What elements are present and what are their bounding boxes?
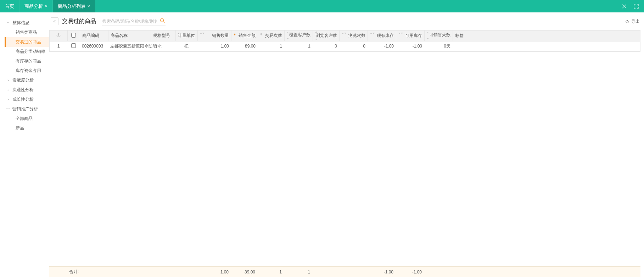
tab-product-analysis[interactable]: 商品分析 ✕ — [19, 0, 53, 12]
cell-trade-count: 1 — [258, 41, 284, 51]
sidebar-group-label: 贡献度分析 — [12, 77, 34, 83]
chevron-right-icon: › — [6, 88, 10, 92]
page-header: « 交易过的商品 导出 — [49, 12, 644, 30]
sidebar-group-label: 成长性分析 — [12, 96, 34, 103]
close-all-tabs-button[interactable] — [620, 2, 628, 11]
column-product-name[interactable]: 商品名称 — [108, 31, 151, 41]
sidebar-item-category-rate[interactable]: 商品分类动销率 — [5, 47, 49, 56]
sidebar-collapse-button[interactable]: « — [51, 17, 58, 25]
cell-view-count: 0 — [339, 41, 368, 51]
table-footer-total: 合计: 1.00 89.00 1 1 -1.00 -1.00 — [49, 266, 640, 277]
footer-label: 合计: — [67, 267, 108, 277]
footer-sales-qty: 1.00 — [197, 267, 231, 277]
column-coverage-customers[interactable]: 覆盖客户数 — [284, 31, 313, 41]
search-box — [102, 17, 166, 26]
footer-stock-avail: -1.00 — [396, 267, 424, 277]
cell-index: 1 — [50, 41, 67, 51]
search-icon[interactable] — [160, 18, 165, 24]
footer-view-count — [339, 267, 367, 277]
tab-product-analysis-list-label: 商品分析列表 — [58, 3, 85, 10]
tab-home-label: 首页 — [5, 3, 14, 10]
footer-stock-now: -1.00 — [367, 267, 396, 277]
close-icon[interactable]: ✕ — [87, 5, 90, 8]
sidebar-group-label: 营销推广分析 — [12, 106, 38, 112]
column-stock-avail[interactable]: 可用库存 — [396, 31, 424, 41]
export-button[interactable]: 导出 — [625, 18, 640, 24]
footer-trade-count: 1 — [257, 267, 284, 277]
column-view-count[interactable]: 浏览次数 — [339, 31, 368, 41]
search-input[interactable] — [102, 17, 166, 26]
footer-coverage-customers: 1 — [284, 267, 312, 277]
fullscreen-icon[interactable] — [632, 2, 640, 11]
page-title: 交易过的商品 — [62, 18, 96, 25]
main-content: « 交易过的商品 导出 — [49, 12, 644, 277]
sidebar-group-label: 流通性分析 — [12, 87, 34, 93]
column-trade-count[interactable]: 交易次数 — [258, 31, 284, 41]
column-select-all[interactable] — [67, 31, 80, 41]
column-product-code[interactable]: 商品编码 — [80, 31, 108, 41]
sidebar-item-all-products[interactable]: 全部商品 — [5, 114, 49, 123]
sidebar-item-in-stock[interactable]: 有库存的商品 — [5, 56, 49, 66]
data-table: 商品编码 商品名称 规格型号 计量单位 销售数量 销售金额 交易次数 覆盖客户数… — [49, 30, 640, 52]
column-tag[interactable]: 标签 — [453, 31, 640, 41]
export-icon — [625, 19, 629, 24]
footer-sellable-days — [424, 267, 452, 277]
cell-sales-amount: 89.00 — [231, 41, 258, 51]
cell-view-customers[interactable]: 0 — [313, 41, 339, 51]
close-icon[interactable]: ✕ — [45, 5, 47, 8]
sidebar-group-circulation[interactable]: › 流通性分析 — [5, 85, 49, 95]
cell-product-name: 左都胶囊五折遮阳伞防晒伞; — [108, 41, 151, 51]
column-sales-amount[interactable]: 销售金额 — [231, 31, 258, 41]
chevron-down-icon: ﹀ — [6, 107, 10, 112]
top-tab-bar: 首页 商品分析 ✕ 商品分析列表 ✕ — [0, 0, 644, 12]
sidebar-group-overall[interactable]: ﹀ 整体信息 — [5, 18, 49, 28]
sidebar-item-new-products[interactable]: 新品 — [5, 123, 49, 133]
export-label: 导出 — [631, 18, 640, 24]
chevron-right-icon: › — [6, 78, 10, 82]
sidebar-group-contribution[interactable]: › 贡献度分析 — [5, 76, 49, 85]
column-spec[interactable]: 规格型号 — [151, 31, 175, 41]
table-row[interactable]: 1 002600003 左都胶囊五折遮阳伞防晒伞; 把 1.00 89.00 1… — [50, 41, 640, 51]
sidebar-group-marketing[interactable]: ﹀ 营销推广分析 — [5, 104, 49, 114]
tab-product-analysis-label: 商品分析 — [24, 3, 43, 10]
cell-coverage-customers: 1 — [284, 41, 313, 51]
footer-sales-amount: 89.00 — [231, 267, 257, 277]
cell-sellable-days: 0天 — [424, 41, 453, 51]
cell-product-code: 002600003 — [80, 41, 108, 51]
cell-stock-avail: -1.00 — [396, 41, 424, 51]
row-checkbox[interactable] — [71, 43, 76, 48]
sidebar-item-traded-products[interactable]: 交易过的商品 — [5, 37, 49, 47]
cell-tag — [453, 41, 640, 51]
table-header-row: 商品编码 商品名称 规格型号 计量单位 销售数量 销售金额 交易次数 覆盖客户数… — [50, 31, 640, 41]
cell-stock-now: -1.00 — [368, 41, 396, 51]
sidebar-group-growth[interactable]: › 成长性分析 — [5, 95, 49, 104]
gutter — [0, 12, 5, 277]
svg-point-1 — [58, 34, 59, 36]
cell-sales-qty: 1.00 — [197, 41, 231, 51]
svg-point-0 — [161, 18, 164, 22]
sidebar-item-sales-products[interactable]: 销售类商品 — [5, 28, 49, 37]
tab-product-analysis-list[interactable]: 商品分析列表 ✕ — [53, 0, 95, 12]
footer-view-customers — [312, 267, 339, 277]
sidebar-item-stock-fund[interactable]: 库存资金占用 — [5, 66, 49, 76]
gear-icon — [56, 34, 61, 39]
sidebar: ﹀ 整体信息 销售类商品 交易过的商品 商品分类动销率 有库存的商品 库存资金占… — [5, 12, 49, 277]
chevron-down-icon: ﹀ — [6, 21, 10, 26]
cell-unit: 把 — [175, 41, 197, 51]
column-stock-now[interactable]: 现有库存 — [368, 31, 396, 41]
sidebar-group-label: 整体信息 — [12, 20, 29, 26]
select-all-checkbox[interactable] — [71, 33, 76, 38]
column-sales-qty[interactable]: 销售数量 — [197, 31, 231, 41]
column-settings[interactable] — [50, 31, 67, 41]
column-view-customers[interactable]: 浏览客户数 — [313, 31, 339, 41]
column-sellable-days[interactable]: 可销售天数 — [424, 31, 453, 41]
chevron-right-icon: › — [6, 98, 10, 101]
tab-home[interactable]: 首页 — [0, 0, 19, 12]
cell-select[interactable] — [67, 41, 80, 51]
column-unit[interactable]: 计量单位 — [175, 31, 197, 41]
